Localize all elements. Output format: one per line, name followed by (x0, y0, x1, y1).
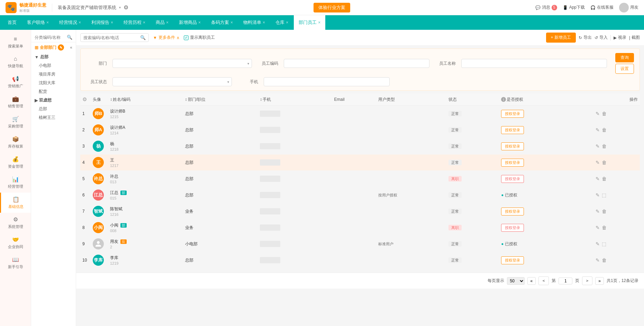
left-nav-finance[interactable]: 💰 资金管理 (0, 152, 31, 173)
add-employee-button[interactable]: + 新增员工 (546, 33, 576, 43)
nav-item-barcode[interactable]: 条码方案 × (206, 15, 238, 30)
edit-icon[interactable]: ✎ (596, 192, 600, 198)
edit-icon[interactable]: ✎ (596, 257, 600, 263)
left-nav-basic-info[interactable]: 📋 基础信息 (0, 193, 31, 213)
nav-close-warehouse[interactable]: × (286, 20, 288, 25)
dept-select[interactable] (112, 59, 252, 68)
left-nav-system[interactable]: ⚙ 系统管理 (0, 213, 31, 233)
nav-item-history[interactable]: 经营历程 × (119, 15, 150, 30)
view-button[interactable]: ▶ 视录 (614, 35, 626, 41)
auth-button[interactable]: 授权登录 (501, 256, 524, 264)
inactive-checkbox[interactable]: ✓ (184, 35, 189, 40)
left-nav-sales[interactable]: 💼 销售管理 (0, 92, 31, 112)
left-nav-operation-mgmt[interactable]: 📊 经营管理 (0, 173, 31, 193)
nav-close-staff[interactable]: × (318, 20, 320, 25)
nav-close-profit[interactable]: × (111, 20, 113, 25)
left-nav-inventory[interactable]: 📦 库存核算 (0, 132, 31, 152)
copy-icon[interactable]: ⬚ (602, 241, 606, 247)
emp-name-input[interactable] (461, 59, 607, 68)
search-icon[interactable]: 🔍 (140, 35, 146, 40)
import-button[interactable]: ↺ 导入 (595, 35, 608, 41)
sidebar-item-zhishu[interactable]: 植树王三 (31, 113, 76, 122)
nav-item-profit[interactable]: 利润报告 × (87, 15, 118, 30)
more-button[interactable]: | 截图 (629, 35, 640, 41)
edit-icon[interactable]: ✎ (596, 127, 600, 133)
table-settings-icon[interactable]: ⚙ (82, 96, 87, 102)
sidebar-item-project[interactable]: 项目库房 (31, 70, 76, 79)
system-title-arrow[interactable]: ▾ (119, 6, 121, 9)
left-nav-shortcut[interactable]: ⌂ 快捷导航 (0, 52, 31, 72)
left-nav-search[interactable]: ≡ 搜索菜单 (0, 33, 31, 52)
sort-name-button[interactable]: ↕ 姓名/编码 (110, 97, 181, 103)
nav-close-newgoods[interactable]: × (198, 20, 201, 25)
export-button[interactable]: ↻ 导出 (579, 35, 592, 41)
sidebar-group-title-shuangxu[interactable]: ▶双虚想 (31, 96, 76, 105)
trial-button[interactable]: 体验行业方案 (314, 3, 350, 12)
delete-icon[interactable]: 🗑 (602, 176, 607, 182)
auth-button[interactable]: 授权登录 (501, 159, 524, 167)
online-service-button[interactable]: 🎧 在线客服 (590, 5, 614, 10)
settings-icon[interactable]: ⚙ (124, 4, 128, 11)
sidebar-group-title-general[interactable]: ▼总部 (31, 53, 76, 61)
auth-resign-button[interactable]: 授权登录 (501, 175, 524, 183)
auth-resign-button[interactable]: 授权登录 (501, 224, 524, 232)
show-inactive-toggle[interactable]: ✓ 显示离职员工 (184, 35, 215, 41)
prev-page-button[interactable]: ＜ (538, 276, 549, 285)
status-select[interactable] (112, 77, 232, 86)
sort-dept-button[interactable]: ↕ 部门/职位 (185, 97, 256, 103)
copy-icon[interactable]: ⬚ (602, 192, 606, 198)
left-nav-marketing[interactable]: 📢 营销推广 (0, 72, 31, 92)
delete-icon[interactable]: 🗑 (602, 160, 607, 165)
delete-icon[interactable]: 🗑 (602, 111, 607, 116)
nav-close-goods[interactable]: × (166, 20, 169, 25)
edit-icon[interactable]: ✎ (596, 225, 600, 230)
delete-icon[interactable]: 🗑 (602, 257, 607, 263)
nav-item-goods[interactable]: 商品 × (151, 15, 173, 30)
nav-item-warehouse[interactable]: 仓库 × (271, 15, 293, 30)
edit-icon[interactable]: ✎ (596, 241, 600, 247)
per-page-select[interactable]: 50 100 200 (507, 277, 525, 285)
collapse-icon[interactable]: « (70, 45, 72, 50)
nav-close-history[interactable]: × (143, 20, 145, 25)
nav-close-barcode[interactable]: × (230, 20, 233, 25)
left-nav-collab[interactable]: 🤝 企业协同 (0, 233, 31, 253)
edit-icon[interactable]: ✎ (596, 143, 600, 149)
nav-item-home[interactable]: 首页 (3, 15, 21, 30)
last-page-button[interactable]: » (595, 277, 604, 285)
user-area[interactable]: 用友 (619, 3, 638, 12)
sidebar-item-xiaodibu[interactable]: 小电部 (31, 61, 76, 70)
edit-icon[interactable]: ✎ (596, 160, 600, 165)
nav-close-customer[interactable]: × (46, 20, 49, 25)
nav-item-bom[interactable]: 物料清单 × (238, 15, 270, 30)
auth-button[interactable]: 授权登录 (501, 126, 524, 134)
nav-close-bom[interactable]: × (263, 20, 265, 25)
search-input[interactable] (83, 35, 139, 40)
phone-input[interactable] (264, 77, 389, 86)
nav-item-newgoods[interactable]: 新增商品 × (174, 15, 206, 30)
nav-item-customer[interactable]: 客户联络 × (22, 15, 54, 30)
edit-icon[interactable]: ✎ (596, 111, 600, 116)
app-download-button[interactable]: 📱 App下载 (563, 5, 585, 10)
page-number-input[interactable] (559, 277, 572, 284)
nav-item-operation[interactable]: 经营情况 × (54, 15, 86, 30)
sidebar-item-peihuo[interactable]: 配货 (31, 87, 76, 96)
delete-icon[interactable]: 🗑 (602, 143, 607, 149)
sidebar-item-zongbu[interactable]: 总部 (31, 105, 76, 113)
emp-code-input[interactable] (284, 59, 429, 68)
sidebar-all-dept[interactable]: ⊞ 全部部门 ✎ « (31, 42, 76, 53)
left-nav-guide[interactable]: 📖 新手引导 (0, 253, 31, 273)
auth-button[interactable]: 授权登录 (501, 142, 524, 150)
edit-icon[interactable]: ✎ (596, 176, 600, 182)
delete-icon[interactable]: 🗑 (602, 209, 607, 214)
auth-button[interactable]: 授权登录 (501, 208, 524, 215)
first-page-button[interactable]: « (527, 277, 536, 285)
set-button[interactable]: 设置 (615, 64, 634, 74)
delete-icon[interactable]: 🗑 (602, 127, 607, 133)
delete-icon[interactable]: 🗑 (602, 225, 607, 230)
sort-phone-button[interactable]: ↕ 手机 (260, 97, 330, 103)
edit-dept-icon[interactable]: ✎ (58, 44, 64, 51)
nav-close-operation[interactable]: × (79, 20, 81, 25)
more-filter-button[interactable]: ▼ 更多条件 ∧ (153, 35, 180, 41)
next-page-button[interactable]: ＞ (582, 276, 592, 285)
messages-button[interactable]: 💬 消息 5 (535, 5, 557, 10)
